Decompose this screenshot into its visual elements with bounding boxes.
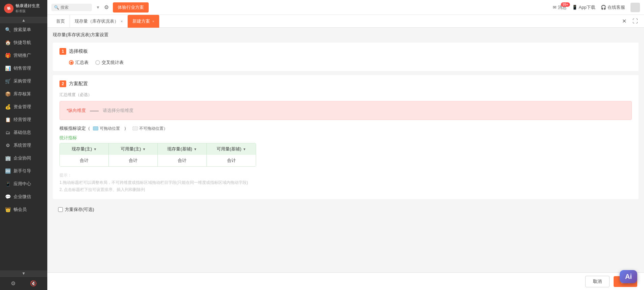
mute-icon[interactable]: 🔇 [30,280,37,287]
main-area: 🔍 ▼ ⚙ 体验行业方案 ✉ 消息 99+ 📱 App下载 🎧 在线客服 [47,0,644,290]
finance-icon: 💰 [5,104,11,110]
content-area: 现存量(库存状况表)方案设置 1 选择模板 汇总表 交叉统计表 2 [47,28,644,272]
col-0-chevron[interactable]: ▼ [93,147,97,151]
step1-number: 1 [59,48,66,55]
dimension-area[interactable]: *纵向维度 —— 请选择分组维度 [59,101,632,120]
system-icon: ⚙ [5,142,11,148]
sidebar-item-enterprise-wechat[interactable]: 💬 企业微信 [0,190,47,203]
col-2-chevron[interactable]: ▼ [194,147,197,151]
app-download-label: App下载 [579,4,595,10]
stats-col-0[interactable]: 现存量(主) ▼ [60,143,109,155]
tab-expand-action[interactable]: ⛶ [630,18,640,25]
sidebar-item-new-guide[interactable]: 🆕 新手引导 [0,165,47,177]
radio-summary[interactable] [69,60,74,65]
stats-col-2[interactable]: 现存量(基辅) ▼ [158,143,207,155]
online-service-group[interactable]: 🎧 在线客服 [601,4,625,10]
stats-body-0: 合计 [60,155,109,166]
topbar-dropdown-chevron[interactable]: ▼ [96,5,100,10]
trial-industry-button[interactable]: 体验行业方案 [113,2,149,13]
settings-icon[interactable]: ⚙ [11,280,16,287]
stats-header-row: 现存量(主) ▼ 可用量(主) ▼ 现存量(基辅) ▼ 可用量(基辅) [60,143,256,155]
tips-section: 提示： 1.拖动标题栏可以调整布局，不可跨维度或指标区域拖动栏目字段(只能在同一… [59,172,632,194]
stats-body-row: 合计 合计 合计 合计 [60,155,256,166]
online-service-label: 在线客服 [608,4,625,10]
indicator-settings: 模板指标设定（ 可拖动位置 ） 不可拖动位置） 统计指标 [59,125,632,168]
legend-non-draggable-item: 不可拖动位置） [132,126,168,131]
messages-group[interactable]: ✉ 消息 99+ [553,4,567,10]
col-0-label: 现存量(主) [72,146,92,152]
indicator-separator: ） [124,125,128,131]
sidebar-item-label: 快捷导航 [14,40,31,46]
template-option-crosstab[interactable]: 交叉统计表 [95,59,124,66]
app-download-group[interactable]: 📱 App下载 [572,4,595,10]
sidebar-scroll-down[interactable]: ▼ [0,270,47,276]
messages-badge: 99+ [561,2,570,7]
template-options: 汇总表 交叉统计表 [69,59,632,66]
template-crosstab-label: 交叉统计表 [102,59,124,66]
app-name: 畅康通好生意 [16,3,40,9]
summary-dimension-label: 汇总维度（必选） [59,92,632,98]
sidebar-item-basic-info[interactable]: 🗂 基础信息 [0,126,47,139]
sidebar-item-marketing[interactable]: 🎁 营销推广 [0,49,47,62]
sidebar-item-sales[interactable]: 📊 销售管理 [0,62,47,75]
sidebar-item-inventory[interactable]: 📦 库存核算 [0,88,47,100]
sidebar-item-search-menu[interactable]: 🔍 搜索菜单 [0,23,47,36]
sidebar-item-quick-nav[interactable]: 🏠 快捷导航 [0,36,47,49]
step2-label: 2 方案配置 [59,80,632,87]
search-input[interactable] [60,5,88,10]
vertical-dim-placeholder: 请选择分组维度 [103,107,133,114]
stats-col-1[interactable]: 可用量(主) ▼ [109,143,158,155]
enterprise-wechat-icon: 💬 [5,194,11,200]
radio-crosstab[interactable] [95,60,100,65]
sidebar-item-system[interactable]: ⚙ 系统管理 [0,139,47,152]
sidebar-item-label: 系统管理 [14,142,31,148]
tab-inventory-close[interactable]: × [121,19,123,23]
sidebar-item-vip-member[interactable]: 👑 畅会员 [0,203,47,216]
tab-close-action[interactable]: ✕ [620,17,628,25]
sidebar-scroll-up[interactable]: ▲ [0,17,47,23]
save-checkbox[interactable] [58,207,63,212]
sidebar-item-label: 应用中心 [14,181,31,187]
online-service-icon: 🎧 [601,5,606,10]
search-icon: 🔍 [54,5,59,10]
sidebar-bottom: ⚙ 🔇 [0,276,47,290]
tab-new-plan-close[interactable]: × [152,19,154,23]
cancel-button[interactable]: 取消 [585,276,610,287]
logo-icon: 畅 [4,4,14,13]
legend-draggable-item: 可拖动位置 [93,126,120,131]
ai-float-button[interactable]: Ai [620,270,637,283]
page-title: 现存量(库存状况表)方案设置 [53,32,639,38]
col-3-chevron[interactable]: ▼ [243,147,246,151]
topbar-search[interactable]: 🔍 [51,4,92,11]
step2-number: 2 [59,80,66,87]
stats-table: 现存量(主) ▼ 可用量(主) ▼ 现存量(基辅) ▼ 可用量(基辅) [59,143,256,167]
basic-info-icon: 🗂 [5,129,11,136]
col-1-label: 可用量(主) [121,146,141,152]
sidebar-item-app-center[interactable]: 📱 应用中心 [0,177,47,190]
purchase-icon: 🛒 [5,78,11,84]
sidebar: 畅 畅康通好生意 标准版 ▲ 🔍 搜索菜单 🏠 快捷导航 🎁 营销推广 📊 销售… [0,0,47,290]
quick-nav-icon: 🏠 [5,40,11,46]
tab-inventory[interactable]: 现存量（库存状况表） × [70,15,128,28]
sidebar-item-operations[interactable]: 📋 经营管理 [0,113,47,126]
sidebar-item-company-coop[interactable]: 🏢 企业协同 [0,152,47,165]
tab-home[interactable]: 首页 [51,15,70,28]
sidebar-item-label: 畅会员 [14,207,27,213]
sidebar-item-finance[interactable]: 💰 资金管理 [0,100,47,113]
template-option-summary[interactable]: 汇总表 [69,59,89,66]
legend-non-draggable-label: 不可拖动位置） [139,126,168,131]
user-avatar[interactable] [630,3,640,12]
sales-icon: 📊 [5,65,11,71]
col-1-chevron[interactable]: ▼ [142,147,146,151]
sidebar-item-purchase[interactable]: 🛒 采购管理 [0,75,47,88]
sidebar-item-label: 企业协同 [14,155,31,161]
tip-2: 2. 点击标题栏下拉可设置排序、插入列和删除列 [59,186,632,194]
tips-title: 提示： [59,173,72,177]
app-center-icon: 📱 [5,181,11,187]
tab-new-plan[interactable]: 新建方案 × [128,15,159,28]
topbar-gear-icon[interactable]: ⚙ [103,3,110,12]
step2-card: 2 方案配置 汇总维度（必选） *纵向维度 —— 请选择分组维度 模板指标设定（ [53,75,639,199]
stats-col-3[interactable]: 可用量(基辅) ▼ [207,143,256,155]
company-coop-icon: 🏢 [5,155,11,161]
topbar-right: ✉ 消息 99+ 📱 App下载 🎧 在线客服 [553,3,640,12]
